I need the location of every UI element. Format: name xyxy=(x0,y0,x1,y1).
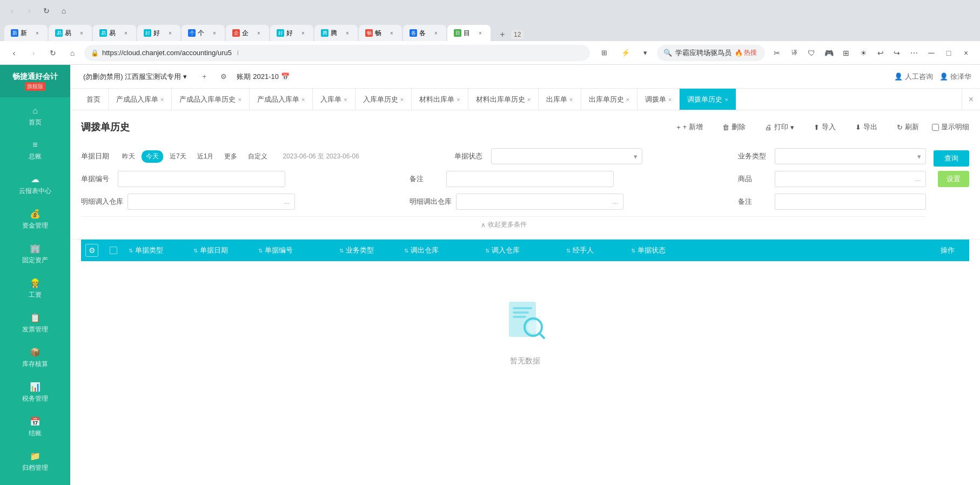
dropdown-btn[interactable]: ▾ xyxy=(637,45,653,61)
tab-close-transfer-hist[interactable]: × xyxy=(724,96,728,103)
show-fields-checkbox[interactable] xyxy=(932,124,939,131)
nav-back-btn[interactable]: ‹ xyxy=(6,45,22,61)
table-col-type[interactable]: ⇅ 单据类型 xyxy=(124,245,189,255)
date-btn-today[interactable]: 今天 xyxy=(142,150,163,163)
table-col-out[interactable]: ⇅ 调出仓库 xyxy=(400,245,481,255)
page-tab-out-hist[interactable]: 出库单历史 × xyxy=(581,89,637,110)
table-col-in[interactable]: ⇅ 调入仓库 xyxy=(481,245,562,255)
tab-close-mat-out-hist[interactable]: × xyxy=(527,96,531,103)
undo-btn[interactable]: ↩ xyxy=(873,45,888,61)
window-maximize-btn[interactable]: □ xyxy=(941,45,956,61)
close-all-tabs-btn[interactable]: × xyxy=(962,89,980,110)
browser-tab-7[interactable]: 好 好 × xyxy=(270,25,313,41)
shield-btn[interactable]: 🛡 xyxy=(804,45,819,61)
tab-close-2[interactable]: × xyxy=(78,29,85,37)
page-tab-transfer[interactable]: 调拨单 × xyxy=(637,89,680,110)
browser-tab-9[interactable]: 畅 畅 × xyxy=(359,25,402,41)
page-tab-in-hist[interactable]: 入库单历史 × xyxy=(355,89,412,110)
date-btn-more[interactable]: 更多 xyxy=(220,150,241,163)
search-btn[interactable]: 查询 xyxy=(934,150,969,167)
tab-close-8[interactable]: × xyxy=(344,29,351,37)
tab-close-5[interactable]: × xyxy=(211,29,218,37)
extensions-btn[interactable]: ⊞ xyxy=(596,45,612,61)
browser-refresh-btn[interactable]: ↻ xyxy=(39,3,54,18)
page-tab-prod-in-hist[interactable]: 产成品入库单历史 × xyxy=(172,89,249,110)
new-btn[interactable]: + + 新增 xyxy=(670,119,709,135)
page-tab-home[interactable]: 首页 xyxy=(79,89,109,110)
sidebar-item-close[interactable]: 📅 结账 xyxy=(0,410,70,444)
browser-tab-2[interactable]: 易 易 × xyxy=(49,25,92,41)
select-all-checkbox[interactable] xyxy=(110,247,117,254)
table-col-handler[interactable]: ⇅ 经手人 xyxy=(562,245,627,255)
window-minimize-btn[interactable]: ─ xyxy=(924,45,939,61)
tab-close-4[interactable]: × xyxy=(166,29,174,37)
tab-close-out-order[interactable]: × xyxy=(569,96,573,103)
tab-close-11[interactable]: × xyxy=(476,29,484,37)
browser-forward-btn[interactable]: › xyxy=(22,3,37,18)
tab-close-out-hist[interactable]: × xyxy=(626,96,629,103)
sidebar-item-archive[interactable]: 📁 归档管理 xyxy=(0,444,70,479)
page-tab-mat-out-hist[interactable]: 材料出库单历史 × xyxy=(468,89,539,110)
window-close-btn[interactable]: × xyxy=(958,45,974,61)
table-col-settings[interactable]: ⚙ xyxy=(81,244,103,257)
tab-close-6[interactable]: × xyxy=(255,29,263,37)
tab-close-prod-in[interactable]: × xyxy=(160,96,164,103)
sidebar-item-fixed[interactable]: 🏢 固定资产 xyxy=(0,237,70,271)
page-tab-prod-in2[interactable]: 产成品入库单 × xyxy=(250,89,313,110)
tab-close-1[interactable]: × xyxy=(33,29,41,37)
grid-btn[interactable]: ⊞ xyxy=(838,45,854,61)
tab-close-in-order[interactable]: × xyxy=(344,96,347,103)
browser-tab-3[interactable]: 易 易 × xyxy=(93,25,136,41)
filter-settings-btn[interactable]: 设置 xyxy=(938,171,969,187)
browser-search-box[interactable]: 🔍 学霸应聘场驱鸟员 🔥 热搜 xyxy=(657,45,765,61)
tab-close-prod-in2[interactable]: × xyxy=(301,96,305,103)
company-selector[interactable]: (勿删勿禁用) 江西服宝测试专用 ▾ xyxy=(79,70,191,84)
tab-close-9[interactable]: × xyxy=(388,29,395,37)
lightning-btn[interactable]: ⚡ xyxy=(618,45,633,61)
sidebar-item-salary[interactable]: 👷 工资 xyxy=(0,271,70,306)
sidebar-item-home[interactable]: ⌂ 首页 xyxy=(0,99,70,134)
filter-collapse-btn[interactable]: ∧ 收起更多条件 xyxy=(81,216,926,232)
table-settings-icon[interactable]: ⚙ xyxy=(85,244,98,257)
sidebar-item-basic[interactable]: ⚙ 基础设置 xyxy=(0,479,70,485)
export-btn[interactable]: ⬇ 导出 xyxy=(849,119,884,135)
tab-close-7[interactable]: × xyxy=(299,29,307,37)
page-tab-out-order[interactable]: 出库单 × xyxy=(539,89,581,110)
refresh-btn[interactable]: ↻ 刷新 xyxy=(890,119,925,135)
page-tab-in-order[interactable]: 入库单 × xyxy=(313,89,355,110)
browser-tab-1[interactable]: 新 新 × xyxy=(4,25,48,41)
tab-close-in-hist[interactable]: × xyxy=(400,96,404,103)
translate-btn[interactable]: 译 xyxy=(787,45,802,61)
page-tab-prod-in[interactable]: 产成品入库单 × xyxy=(109,89,172,110)
print-btn[interactable]: 🖨 打印 ▾ xyxy=(759,119,801,135)
date-btn-yesterday[interactable]: 昨天 xyxy=(118,150,139,163)
brightness-btn[interactable]: ☀ xyxy=(856,45,871,61)
tab-close-prod-in-hist[interactable]: × xyxy=(238,96,241,103)
table-col-status[interactable]: ⇅ 单据状态 xyxy=(627,245,926,255)
detail-in-select[interactable]: … xyxy=(127,194,295,210)
page-tab-mat-out[interactable]: 材料出库单 × xyxy=(412,89,468,110)
user-avatar[interactable]: 👤 徐泽华 xyxy=(939,72,971,82)
sidebar-item-report[interactable]: ☁ 云报表中心 xyxy=(0,168,70,202)
add-company-btn[interactable]: + xyxy=(198,70,211,83)
address-bar[interactable]: 🔒 https://cloud.chanjet.com/accounting/u… xyxy=(84,45,590,61)
browser-tab-8[interactable]: 腾 腾 × xyxy=(314,25,358,41)
game-btn[interactable]: 🎮 xyxy=(821,45,836,61)
sidebar-item-tax[interactable]: 📊 税务管理 xyxy=(0,375,70,410)
browser-tab-11[interactable]: 目 目 × xyxy=(447,25,491,41)
browser-home-btn[interactable]: ⌂ xyxy=(56,3,71,18)
menu-btn[interactable]: ⋯ xyxy=(907,45,922,61)
user-service-btn[interactable]: 👤 人工咨询 xyxy=(894,72,933,82)
scissor-btn[interactable]: ✂ xyxy=(769,45,784,61)
page-tab-transfer-hist[interactable]: 调拨单历史 × xyxy=(680,89,736,110)
browser-tab-10[interactable]: 各 各 × xyxy=(403,25,446,41)
detail-remark-input[interactable] xyxy=(775,194,926,210)
browser-tab-4[interactable]: 好 好 × xyxy=(137,25,180,41)
tab-close-transfer[interactable]: × xyxy=(668,96,672,103)
date-btn-week7[interactable]: 近7天 xyxy=(165,150,191,163)
import-btn[interactable]: ⬆ 导入 xyxy=(807,119,842,135)
tab-close-10[interactable]: × xyxy=(432,29,440,37)
nav-refresh-btn[interactable]: ↻ xyxy=(45,45,61,61)
browser-tab-5[interactable]: 个 个 × xyxy=(182,25,225,41)
remark-input[interactable] xyxy=(446,171,614,187)
